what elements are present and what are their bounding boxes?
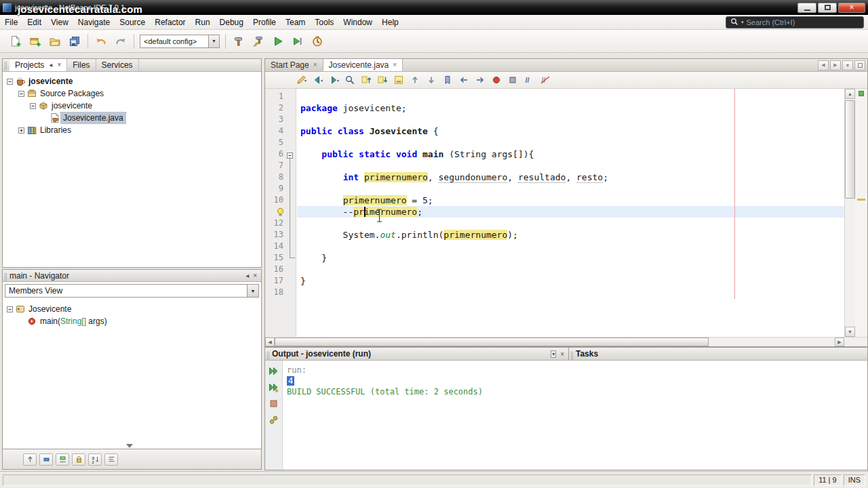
redo-button[interactable] (112, 33, 130, 50)
scroll-tabs-right-button[interactable]: ▶ (830, 60, 841, 70)
drag-grip[interactable] (5, 62, 7, 69)
options-button[interactable] (267, 413, 281, 426)
menu-window[interactable]: Window (338, 16, 377, 29)
menu-profile[interactable]: Profile (248, 16, 281, 29)
new-file-button[interactable] (7, 33, 24, 50)
close-window-icon[interactable]: × (560, 350, 564, 358)
editor-tab-start-page[interactable]: Start Page× (265, 59, 323, 71)
uncomment-button[interactable]: // (538, 73, 553, 87)
profile-button[interactable] (309, 33, 326, 50)
horizontal-scrollbar[interactable]: ◀ ▶ (265, 337, 867, 346)
show-inherited-button[interactable] (23, 453, 37, 466)
vertical-scrollbar[interactable]: ▲ ▼ (844, 89, 855, 337)
run-button[interactable] (269, 33, 287, 50)
menu-refactor[interactable]: Refactor (150, 16, 190, 29)
tasks-window-header[interactable]: Tasks (569, 348, 867, 361)
menu-source[interactable]: Source (115, 16, 150, 29)
project-node-josevicente[interactable]: josevicente (3, 100, 261, 112)
close-button[interactable]: × (838, 3, 865, 13)
collapse-icon[interactable] (5, 79, 14, 85)
record-macro-button[interactable] (489, 73, 504, 87)
code-line-3[interactable]: 3 (265, 114, 844, 125)
code-line-11[interactable]: --primernumero; (265, 206, 844, 218)
code-line-2[interactable]: 2package josevicente; (265, 102, 844, 114)
scroll-up-arrow-icon[interactable]: ▲ (845, 89, 855, 99)
close-window-icon[interactable]: × (253, 272, 257, 279)
clean-build-button[interactable] (250, 33, 267, 50)
find-next-button[interactable] (375, 73, 390, 87)
member-node-main-string-args[interactable]: main(String[] args) (3, 315, 261, 327)
float-window-icon[interactable]: ▾ (551, 350, 556, 358)
config-combobox[interactable]: <default config> ▼ (140, 35, 220, 48)
drag-grip[interactable] (267, 352, 269, 359)
find-selection-button[interactable] (342, 73, 357, 87)
sort-by-source-button[interactable] (104, 453, 118, 466)
editor-tab-josevicente-java[interactable]: Josevicente.java× (323, 59, 403, 71)
code-line-18[interactable]: 18 (265, 287, 844, 298)
last-edit-button[interactable]: ▾ (294, 73, 309, 87)
collapse-icon[interactable] (28, 103, 37, 109)
menu-run[interactable]: Run (191, 16, 215, 29)
project-node-josevicente[interactable]: josevicente (3, 75, 261, 87)
save-all-button[interactable] (66, 33, 83, 50)
scroll-down-arrow-icon[interactable]: ▼ (845, 327, 855, 337)
maximize-editor-button[interactable] (854, 60, 865, 70)
project-node-josevicente-java[interactable]: Josevicente.java (3, 112, 261, 124)
project-node-source-packages[interactable]: Source Packages (3, 87, 261, 100)
error-stripe[interactable] (855, 89, 867, 337)
menu-file[interactable]: File (0, 16, 22, 29)
stop-build-button[interactable] (267, 397, 281, 410)
vertical-scrollbar-thumb[interactable] (845, 100, 855, 199)
menu-debug[interactable]: Debug (215, 16, 248, 29)
horizontal-scrollbar-thumb[interactable] (275, 338, 709, 346)
undo-button[interactable] (92, 33, 110, 50)
code-line-17[interactable]: 17} (265, 275, 844, 287)
navigator-header[interactable]: main - Navigator ◂ × (3, 270, 261, 282)
next-bookmark-button[interactable] (424, 73, 439, 87)
collapse-icon[interactable] (17, 91, 26, 97)
shift-left-button[interactable] (456, 73, 471, 87)
menu-edit[interactable]: Edit (22, 16, 46, 29)
show-non-public-button[interactable] (72, 453, 85, 466)
tab-services[interactable]: Services (96, 59, 139, 71)
open-project-button[interactable] (46, 33, 64, 50)
find-prev-button[interactable] (359, 73, 374, 87)
quick-search-box[interactable]: ▾ Search (Ctrl+I) (726, 16, 864, 28)
code-line-6[interactable]: 6 public static void main (String args[]… (265, 148, 844, 160)
hint-mark[interactable] (857, 199, 865, 201)
stop-macro-button[interactable] (505, 73, 520, 87)
toggle-highlight-button[interactable] (391, 73, 406, 87)
new-project-button[interactable] (26, 33, 44, 50)
member-node-josevicente[interactable]: Josevicente (3, 303, 261, 315)
chevron-down-icon[interactable]: ▼ (247, 285, 258, 297)
back-button[interactable]: ▾ (310, 73, 325, 87)
code-editor[interactable]: 12package josevicente;34public class Jos… (265, 89, 867, 337)
drag-grip[interactable] (571, 352, 573, 359)
code-line-12[interactable]: 12 (265, 218, 844, 229)
comment-button[interactable]: // (521, 73, 536, 87)
code-line-5[interactable]: 5 (265, 137, 844, 148)
tab-list-button[interactable]: ▼ (842, 60, 853, 70)
forward-button[interactable]: ▾ (326, 73, 341, 87)
minimize-button[interactable] (797, 3, 816, 13)
scroll-right-arrow-icon[interactable]: ▶ (835, 338, 844, 346)
debug-button[interactable] (289, 33, 307, 50)
code-line-8[interactable]: 8 int primernumero, segundonumero, resul… (265, 171, 844, 183)
output-tab[interactable]: Output - josevicente (run) ▾ × (265, 348, 569, 361)
code-line-7[interactable]: 7 (265, 160, 844, 171)
menu-team[interactable]: Team (281, 16, 310, 29)
code-line-9[interactable]: 9 (265, 183, 844, 195)
drag-grip[interactable] (5, 273, 7, 281)
rerun-button[interactable] (267, 365, 281, 378)
code-line-13[interactable]: 13 System.out.println(primernumero); (265, 229, 844, 241)
sort-by-name-button[interactable]: az (88, 453, 102, 466)
code-line-14[interactable]: 14 (265, 241, 844, 252)
toggle-bookmark-button[interactable] (440, 73, 455, 87)
collapse-icon[interactable] (5, 306, 14, 312)
maximize-button[interactable] (818, 3, 837, 13)
code-line-16[interactable]: 16 (265, 264, 844, 275)
close-tab-icon[interactable]: × (393, 62, 397, 68)
expand-icon[interactable] (17, 127, 26, 134)
code-line-15[interactable]: 15 } (265, 252, 844, 264)
menu-navigate[interactable]: Navigate (73, 16, 115, 29)
